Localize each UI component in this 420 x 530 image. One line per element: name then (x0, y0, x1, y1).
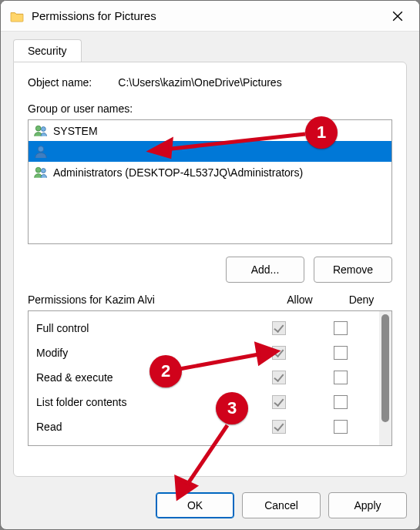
add-button[interactable]: Add... (226, 257, 304, 283)
deny-cell (310, 371, 371, 384)
list-item[interactable]: Administrators (DESKTOP-4L537JQ\Administ… (29, 162, 391, 183)
column-deny: Deny (331, 294, 392, 306)
user-buttons-row: Add... Remove (28, 257, 392, 283)
deny-cell (310, 321, 371, 335)
apply-button[interactable]: Apply (328, 492, 407, 518)
column-allow: Allow (269, 294, 331, 306)
list-item[interactable] (29, 141, 391, 162)
deny-cell (310, 346, 371, 360)
group-icon (33, 124, 49, 138)
tab-security[interactable]: Security (13, 39, 82, 62)
svg-point-4 (38, 146, 44, 152)
permissions-scroll: Full controlModifyRead & executeList fol… (29, 311, 379, 445)
svg-point-5 (35, 167, 41, 173)
allow-checkbox[interactable] (272, 371, 286, 384)
close-button[interactable] (382, 4, 413, 29)
group-label: Group or user names: (28, 102, 392, 115)
deny-checkbox[interactable] (334, 346, 348, 360)
allow-checkbox[interactable] (272, 346, 286, 360)
allow-cell (248, 395, 310, 409)
deny-checkbox[interactable] (334, 371, 348, 384)
dialog-buttons: OK Cancel Apply (1, 485, 419, 529)
permission-row: Read & execute (29, 365, 379, 390)
group-icon (33, 166, 49, 179)
deny-checkbox[interactable] (334, 321, 348, 335)
allow-checkbox[interactable] (272, 395, 286, 409)
svg-point-3 (41, 126, 45, 131)
permission-name: Full control (36, 322, 248, 334)
users-listbox[interactable]: SYSTEMAdministrators (DESKTOP-4L537JQ\Ad… (28, 119, 392, 244)
allow-checkbox[interactable] (272, 420, 286, 434)
svg-point-2 (35, 126, 41, 131)
permission-row: Modify (29, 340, 379, 365)
permission-name: Read (36, 421, 248, 433)
allow-cell (248, 420, 310, 434)
list-item[interactable]: SYSTEM (29, 120, 391, 141)
object-name-value: C:\Users\kazim\OneDrive\Pictures (118, 76, 281, 89)
deny-checkbox[interactable] (334, 420, 348, 434)
cancel-button[interactable]: Cancel (242, 492, 321, 518)
permission-name: Read & execute (36, 371, 248, 384)
scrollbar[interactable] (379, 311, 391, 445)
user-icon (33, 145, 49, 159)
deny-checkbox[interactable] (334, 395, 348, 409)
object-name-label: Object name: (28, 76, 92, 89)
permission-name: Modify (36, 347, 248, 359)
permission-row: Read (29, 414, 379, 439)
permission-row: List folder contents (29, 390, 379, 414)
deny-cell (310, 395, 371, 409)
folder-icon (10, 10, 24, 22)
security-panel: Object name: C:\Users\kazim\OneDrive\Pic… (13, 62, 407, 477)
permissions-listbox: Full controlModifyRead & executeList fol… (28, 310, 392, 446)
permissions-caption: Permissions for Kazim Alvi (28, 294, 269, 306)
allow-cell (248, 321, 310, 335)
window-title: Permissions for Pictures (32, 9, 382, 22)
object-name-row: Object name: C:\Users\kazim\OneDrive\Pic… (28, 76, 392, 89)
allow-cell (248, 371, 310, 384)
scrollbar-thumb[interactable] (381, 314, 389, 422)
allow-cell (248, 346, 310, 360)
permissions-header: Permissions for Kazim Alvi Allow Deny (28, 294, 392, 306)
list-item-label: SYSTEM (53, 125, 98, 137)
titlebar: Permissions for Pictures (1, 1, 419, 32)
svg-point-6 (41, 168, 45, 173)
permission-name: List folder contents (36, 396, 248, 408)
deny-cell (310, 420, 371, 434)
permission-row: Full control (29, 316, 379, 340)
list-item-label: Administrators (DESKTOP-4L537JQ\Administ… (53, 166, 303, 179)
tab-strip: Security (1, 32, 419, 62)
remove-button[interactable]: Remove (314, 257, 392, 283)
ok-button[interactable]: OK (156, 492, 234, 518)
allow-checkbox[interactable] (272, 321, 286, 335)
close-icon (392, 11, 403, 22)
permissions-dialog: Permissions for Pictures Security Object… (0, 0, 420, 530)
